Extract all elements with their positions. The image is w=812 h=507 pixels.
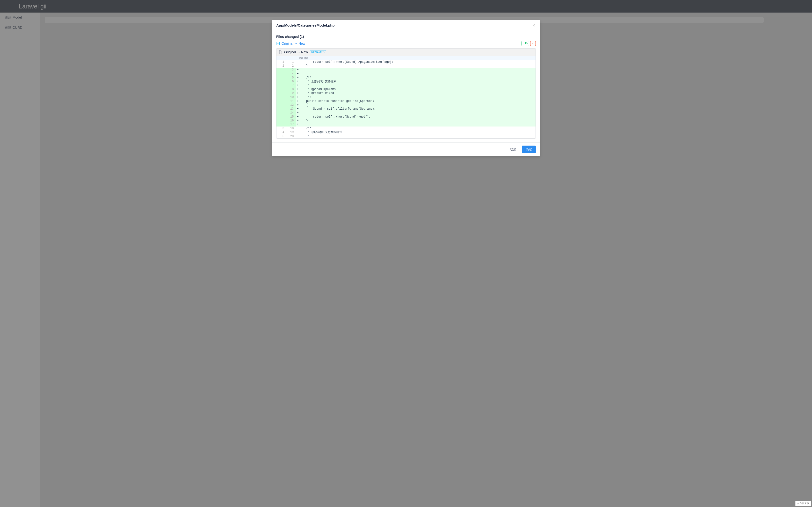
- diff-line: 6+ * 全部列表+支持检索: [276, 80, 536, 83]
- old-line-number: [276, 95, 286, 99]
- old-line-number: [276, 72, 286, 76]
- new-line-number: 4: [286, 72, 296, 76]
- diff-code: /**: [299, 76, 536, 80]
- new-line-number: 6: [286, 80, 296, 83]
- diff-code: [299, 111, 536, 115]
- new-line-number: 5: [286, 76, 296, 80]
- file-link-row: + Original → New +15 -0: [276, 41, 536, 46]
- diff-code: public static function getList($params): [299, 99, 536, 103]
- old-line-number: 4: [276, 130, 286, 134]
- diff-sign: [296, 130, 299, 134]
- hunk-text: @@ @@: [299, 56, 536, 60]
- diff-code: return self::where($cond)->paginate($per…: [299, 60, 536, 64]
- diff-code: [299, 72, 536, 76]
- old-line-number: [276, 103, 286, 107]
- renamed-badge: RENAMED: [310, 50, 326, 54]
- diff-sign: +: [296, 99, 299, 103]
- diff-code: [299, 68, 536, 72]
- diff-code: * 获取详情+支持数组格式: [299, 130, 536, 134]
- diff-sign: +: [296, 95, 299, 99]
- diff-sign: +: [296, 119, 299, 123]
- diff-sign: +: [296, 83, 299, 88]
- diff-header: Original → New RENAMED: [276, 49, 536, 56]
- diff-code: {: [299, 103, 536, 107]
- expand-icon[interactable]: +: [276, 42, 280, 45]
- watermark-text: 创新互联: [800, 502, 809, 505]
- close-icon[interactable]: [532, 23, 536, 27]
- diff-line: 520 *: [276, 134, 536, 138]
- diff-line: 419 * 获取详情+支持数组格式: [276, 130, 536, 134]
- old-line-number: [276, 115, 286, 119]
- diff-panel: Original → New RENAMED @@ @@ 11 return s…: [276, 48, 536, 138]
- diff-code: */: [299, 95, 536, 99]
- file-link[interactable]: Original → New: [282, 42, 305, 45]
- new-line-number: 8: [286, 88, 296, 91]
- new-line-number: 15: [286, 115, 296, 119]
- file-icon: [279, 50, 282, 54]
- modal-body: Files changed (1) + Original → New +15 -…: [272, 31, 540, 143]
- diff-code: }: [299, 119, 536, 123]
- diff-sign: +: [296, 72, 299, 76]
- diff-line: 14+: [276, 111, 536, 115]
- old-line-number: [276, 107, 286, 111]
- files-changed-label: Files changed (1): [276, 35, 536, 39]
- diff-line: 16+ }: [276, 119, 536, 123]
- diff-code: return self::where($cond)->get();: [299, 115, 536, 119]
- modal-footer: 取消 确定: [272, 143, 540, 156]
- diff-sign: +: [296, 103, 299, 107]
- diff-line: 11+ public static function getList($para…: [276, 99, 536, 103]
- modal-header: App/Models/CategoriesModel.php: [272, 20, 540, 31]
- old-line-number: [276, 91, 286, 95]
- diff-sign: +: [296, 107, 299, 111]
- ok-button[interactable]: 确定: [522, 146, 536, 153]
- diff-sign: [296, 126, 299, 130]
- new-line-number: 9: [286, 91, 296, 95]
- old-line-number: [276, 123, 286, 126]
- new-line-number: 20: [286, 134, 296, 138]
- diff-sign: [296, 60, 299, 64]
- diffstat: +15 -0: [521, 41, 536, 46]
- new-line-number: 10: [286, 95, 296, 99]
- diff-line: 12+ {: [276, 103, 536, 107]
- diff-code: * 全部列表+支持检索: [299, 80, 536, 83]
- new-line-number: 13: [286, 107, 296, 111]
- old-line-number: [276, 76, 286, 80]
- diff-sign: [296, 64, 299, 68]
- diff-code: $cond = self::filterParams($params);: [299, 107, 536, 111]
- diff-sign: +: [296, 76, 299, 80]
- diff-header-title: Original → New: [284, 50, 308, 54]
- new-line-number: 17: [286, 123, 296, 126]
- stat-additions: +15: [521, 41, 529, 46]
- diff-code: [299, 123, 536, 126]
- diff-code: *: [299, 134, 536, 138]
- diff-line: 8+ * @param $params: [276, 88, 536, 91]
- diff-sign: +: [296, 68, 299, 72]
- old-line-number: [276, 111, 286, 115]
- diff-code: * @return mixed: [299, 91, 536, 95]
- new-line-number: 16: [286, 119, 296, 123]
- new-line-number: 1: [286, 60, 296, 64]
- cancel-button[interactable]: 取消: [506, 146, 520, 153]
- watermark: ◇ 创新互联: [795, 501, 811, 506]
- diff-sign: +: [296, 123, 299, 126]
- diff-sign: +: [296, 80, 299, 83]
- diff-line: 3+: [276, 68, 536, 72]
- diff-line: 318 /**: [276, 126, 536, 130]
- old-line-number: 1: [276, 60, 286, 64]
- diff-line: 10+ */: [276, 95, 536, 99]
- diff-code: *: [299, 83, 536, 88]
- diff-sign: +: [296, 91, 299, 95]
- diff-code: }: [299, 64, 536, 68]
- old-line-number: [276, 68, 286, 72]
- diff-line: 17+: [276, 123, 536, 126]
- old-line-number: 2: [276, 64, 286, 68]
- diff-sign: +: [296, 111, 299, 115]
- modal-title: App/Models/CategoriesModel.php: [276, 23, 335, 27]
- new-line-number: 7: [286, 83, 296, 88]
- modal-overlay[interactable]: App/Models/CategoriesModel.php Files cha…: [0, 0, 812, 507]
- diff-table: @@ @@ 11 return self::where($cond)->pagi…: [276, 56, 536, 138]
- old-line-number: [276, 83, 286, 88]
- diff-sign: +: [296, 88, 299, 91]
- diff-line: 7+ *: [276, 83, 536, 88]
- watermark-icon: ◇: [797, 502, 799, 505]
